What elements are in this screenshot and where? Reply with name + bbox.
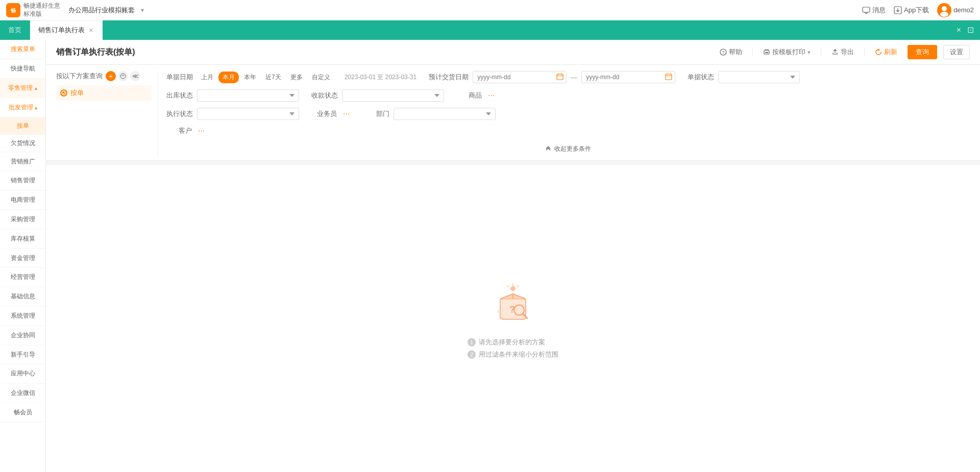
svg-point-15 [510, 286, 516, 291]
date-tab-more[interactable]: 更多 [286, 72, 307, 83]
header-right: 消息 App下载 demo2 [862, 3, 974, 17]
tab-restore-action[interactable]: ⊡ [967, 26, 974, 34]
sidebar-item-sales[interactable]: 销售管理 [0, 171, 45, 191]
sidebar-item-newbie[interactable]: 新手引导 [0, 345, 45, 365]
svg-point-18 [501, 317, 503, 319]
help-btn[interactable]: ? 帮助 [716, 45, 746, 59]
calendar-icon-end[interactable] [665, 73, 672, 82]
page-header-actions: ? 帮助 按模板打印 ▾ 导出 刷新 [716, 45, 970, 59]
filter-group-delivery-date: 预计交货日期 — [429, 71, 675, 83]
tab-bar: 首页 销售订单执行表 × × ⊡ [0, 20, 980, 40]
delivery-date-end-wrap [581, 71, 675, 83]
goods-picker-btn[interactable]: ··· [486, 91, 497, 100]
message-btn[interactable]: 消息 [862, 6, 886, 15]
sidebar-item-inventory[interactable]: 库存核算 [0, 229, 45, 249]
exec-status-select[interactable] [197, 108, 299, 120]
filter-group-dept: 部门 [364, 108, 496, 120]
delivery-date-end[interactable] [581, 71, 675, 83]
calendar-icon-start[interactable] [556, 73, 564, 82]
order-status-select[interactable] [718, 71, 800, 83]
filter-add-scheme-btn[interactable]: + [106, 71, 116, 81]
payment-status-label: 收款状态 [311, 91, 338, 100]
date-tab-this-month[interactable]: 本月 [218, 72, 239, 83]
dept-label: 部门 [364, 109, 389, 119]
refresh-btn[interactable]: 刷新 [871, 45, 901, 59]
sidebar-item-system[interactable]: 系统管理 [0, 306, 45, 326]
sidebar-item-finance[interactable]: 资金管理 [0, 249, 45, 268]
filter-group-exec-status: 执行状态 [166, 108, 299, 120]
filter-group-order-status: 单据状态 [688, 71, 800, 83]
delivery-date-start[interactable] [473, 71, 567, 83]
filter-panel: 按以下方案查询 + ≪ 按单 [56, 71, 970, 156]
svg-point-4 [942, 6, 947, 11]
avatar [937, 3, 951, 17]
filter-scheme-title: 按以下方案查询 + ≪ [56, 71, 152, 81]
order-status-dropdown-wrap [718, 71, 800, 83]
sidebar-item-member[interactable]: 畅会员 [0, 403, 45, 422]
filter-row-2: 出库状态 收款状态 [166, 89, 970, 102]
filter-group-goods: 商品 ··· [456, 91, 497, 100]
collapse-more-btn[interactable]: 收起更多条件 [166, 141, 970, 156]
filter-collapse-left-btn[interactable]: ≪ [130, 71, 140, 81]
date-tabs: 上月 本月 本年 近7天 更多 自定义 [197, 72, 334, 83]
delivery-status-select[interactable] [197, 89, 299, 102]
nav-dropdown-icon[interactable]: ▾ [141, 7, 144, 14]
date-tab-7days[interactable]: 近7天 [261, 72, 285, 83]
app-download-btn[interactable]: App下载 [894, 6, 929, 15]
filter-edit-scheme-btn[interactable] [118, 71, 128, 81]
logo-icon: 畅 [6, 3, 20, 17]
date-tab-custom[interactable]: 自定义 [308, 72, 334, 83]
sidebar-search[interactable]: 搜索菜单 [0, 40, 45, 59]
sidebar-item-operations[interactable]: 经营管理 [0, 268, 45, 287]
tab-bar-actions: × ⊡ [950, 20, 980, 40]
settings-btn[interactable]: 设置 [943, 45, 970, 59]
date-tab-last-month[interactable]: 上月 [197, 72, 217, 83]
filter-title-icons: + ≪ [106, 71, 140, 81]
svg-rect-2 [863, 7, 870, 12]
export-btn[interactable]: 导出 [827, 45, 858, 59]
dept-dropdown-wrap [394, 108, 496, 120]
page-header: 销售订单执行表(按单) ? 帮助 按模板打印 ▾ 导出 [46, 40, 980, 65]
svg-rect-9 [765, 52, 768, 53]
tab-close-action[interactable]: × [957, 26, 961, 34]
exec-status-label: 执行状态 [166, 109, 193, 119]
filter-scheme-dot [60, 89, 67, 97]
template-print-btn[interactable]: 按模板打印 ▾ [759, 45, 815, 59]
sidebar-item-purchase[interactable]: 采购管理 [0, 210, 45, 229]
sidebar-item-wechat[interactable]: 企业微信 [0, 384, 45, 403]
sidebar-item-basic[interactable]: 基础信息 [0, 287, 45, 306]
results-area: ? 1 请先选择要分析的方案 2 用过滤条件来缩小分析范围 [46, 165, 980, 472]
customer-label: 客户 [166, 126, 192, 135]
divider-3 [864, 48, 865, 56]
payment-status-select[interactable] [342, 89, 444, 102]
sidebar-item-retail[interactable]: 零售管理 ▴ [0, 79, 45, 98]
sidebar-sub-press-order[interactable]: 按单 [0, 117, 45, 135]
sidebar-item-apps[interactable]: 应用中心 [0, 364, 45, 384]
sidebar-item-wholesale[interactable]: 批发管理 ▴ [0, 98, 45, 117]
nav-title: 办公用品行业模拟账套 [68, 6, 135, 15]
date-dash: — [569, 74, 579, 81]
tab-close-icon[interactable]: × [88, 26, 94, 34]
svg-point-10 [120, 74, 126, 79]
sidebar-item-enterprise[interactable]: 企业协同 [0, 326, 45, 345]
customer-picker-btn[interactable]: ··· [196, 126, 207, 135]
query-btn[interactable]: 查询 [908, 45, 937, 59]
salesperson-picker-btn[interactable]: ··· [341, 109, 352, 119]
sidebar-item-marketing[interactable]: 营销推广 [0, 152, 45, 172]
tab-home[interactable]: 首页 [0, 20, 30, 40]
delivery-date-start-wrap [473, 71, 567, 83]
logo-text: 畅捷通好生意 标准版 [23, 2, 60, 18]
filter-scheme-press-order[interactable]: 按单 [56, 85, 152, 101]
content-area: 销售订单执行表(按单) ? 帮助 按模板打印 ▾ 导出 [46, 40, 980, 472]
order-date-label: 单据日期 [166, 73, 193, 82]
user-avatar-btn[interactable]: demo2 [937, 3, 974, 17]
sidebar-sub-owe-goods[interactable]: 欠货情况 [0, 135, 45, 152]
date-tab-this-year[interactable]: 本年 [240, 72, 260, 83]
tab-sales-exec[interactable]: 销售订单执行表 × [30, 20, 103, 40]
delivery-date-range: — [473, 71, 675, 83]
dept-select[interactable] [394, 108, 496, 120]
svg-point-19 [497, 310, 500, 313]
svg-rect-12 [557, 74, 563, 80]
sidebar-item-ecommerce[interactable]: 电商管理 [0, 191, 45, 210]
sidebar-quick-nav[interactable]: 快捷导航 [0, 59, 45, 79]
